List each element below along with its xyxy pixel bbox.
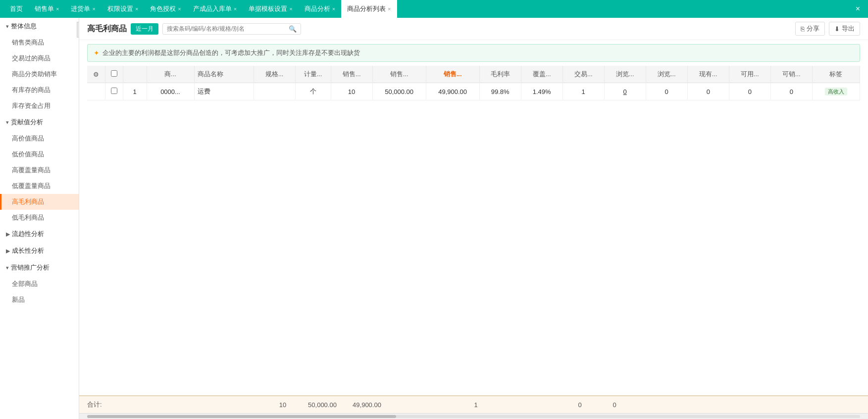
col-check [105, 66, 123, 83]
col-stock-saleable-header[interactable]: 可销... [770, 66, 812, 83]
header-actions: ⎘ 分享 ⬇ 导出 [795, 22, 860, 36]
sidebar-item-high-margin[interactable]: 高毛利商品 [0, 194, 79, 210]
nav-product-analysis[interactable]: 商品分析 × [299, 0, 341, 18]
nav-close-product-analysis-list[interactable]: × [388, 6, 391, 12]
nav-role-auth[interactable]: 角色授权 × [144, 0, 187, 18]
nav-close-product-analysis[interactable]: × [332, 6, 335, 12]
col-code-header[interactable]: 商... [147, 66, 194, 83]
sidebar-group-contribution[interactable]: ▾ 贡献值分析 [0, 114, 79, 131]
col-trade-header[interactable]: 交易... [562, 66, 604, 83]
col-stock-available-header[interactable]: 可用... [729, 66, 770, 83]
nav-close-role-auth[interactable]: × [178, 6, 181, 12]
cell-trade: 1 [562, 83, 604, 100]
sidebar-item-low-value[interactable]: 低价值商品 [0, 146, 79, 162]
sidebar-item-new-goods[interactable]: 新品 [0, 292, 79, 308]
arrow-icon-collapsed2: ▶ [6, 248, 10, 254]
nav-product-storage[interactable]: 产成品入库单 × [187, 0, 243, 18]
top-navigation: 首页 销售单 × 进货单 × 权限设置 × 角色授权 × 产成品入库单 × 单据… [0, 0, 868, 18]
col-coverage-header[interactable]: 覆盖... [521, 66, 562, 83]
col-num-header [123, 66, 147, 83]
sidebar-group-marketing-items: 全部商品 新品 [0, 276, 79, 308]
nav-permission-settings[interactable]: 权限设置 × [102, 0, 144, 18]
scrollbar-thumb[interactable] [87, 415, 396, 418]
sidebar-group-overall[interactable]: ▾ 整体信息 [0, 18, 79, 35]
table-header-row: ⚙ 商... 商品名称 规格... 计量... [87, 66, 860, 83]
arrow-icon: ▾ [6, 23, 9, 30]
nav-close-product-storage[interactable]: × [234, 6, 237, 12]
sidebar-item-low-coverage[interactable]: 低覆盖量商品 [0, 178, 79, 194]
nav-close-sales-order[interactable]: × [56, 6, 59, 12]
select-all-checkbox[interactable] [111, 70, 117, 77]
horizontal-scrollbar[interactable] [79, 413, 868, 419]
cell-sale-profit: 49,900.00 [426, 83, 479, 100]
cell-browse2: 0 [646, 83, 687, 100]
search-icon[interactable]: 🔍 [289, 25, 297, 33]
sidebar-group-growth[interactable]: ▶ 成长性分析 [0, 242, 79, 259]
col-unit-header[interactable]: 计量... [295, 66, 331, 83]
nav-purchase-order[interactable]: 进货单 × [65, 0, 101, 18]
arrow-icon-collapsed: ▶ [6, 231, 10, 237]
footer-cells: 10 50,000.00 49,900.00 1 0 0 [176, 401, 632, 409]
col-margin-header[interactable]: 毛利率 [479, 66, 521, 83]
data-table: ⚙ 商... 商品名称 规格... 计量... [87, 66, 860, 100]
footer-sale-profit: 49,900.00 [345, 401, 389, 409]
sidebar-group-trend[interactable]: ▶ 流趋性分析 [0, 226, 79, 242]
cell-sale-qty: 10 [331, 83, 372, 100]
sidebar-item-category-assist-rate[interactable]: 商品分类助销率 [0, 66, 79, 82]
row-checkbox[interactable] [111, 88, 117, 94]
nav-home[interactable]: 首页 [4, 0, 29, 18]
table-row: 1 0000... 运费 个 10 50,000.00 49,900.00 99… [87, 83, 860, 100]
search-input[interactable] [167, 25, 289, 32]
table-container: ⚙ 商... 商品名称 规格... 计量... [79, 66, 868, 395]
col-stock-current-header[interactable]: 现有... [687, 66, 729, 83]
col-spec-header[interactable]: 规格... [254, 66, 295, 83]
sidebar-group-marketing[interactable]: ▾ 营销推广分析 [0, 259, 79, 276]
share-button[interactable]: ⎘ 分享 [795, 22, 825, 36]
col-settings[interactable]: ⚙ [87, 66, 105, 83]
sidebar-item-high-value[interactable]: 高价值商品 [0, 131, 79, 146]
page-title: 高毛利商品 [87, 24, 127, 34]
footer-trade: 1 [459, 401, 493, 409]
cell-browse1: 0 [604, 83, 646, 100]
browse1-link[interactable]: 0 [623, 88, 627, 95]
cell-margin-rate: 99.8% [479, 83, 521, 100]
sidebar-item-low-margin[interactable]: 低毛利商品 [0, 210, 79, 226]
col-sale-profit-header[interactable]: 销售... [426, 66, 479, 83]
nav-template-settings[interactable]: 单据模板设置 × [243, 0, 298, 18]
nav-product-analysis-list[interactable]: 商品分析列表 × [341, 0, 397, 18]
sidebar-item-stock-capital[interactable]: 库存资金占用 [0, 98, 79, 114]
footer-sale-amount: 50,000.00 [300, 401, 345, 409]
share-icon: ⎘ [801, 25, 805, 33]
sidebar-item-traded-goods[interactable]: 交易过的商品 [0, 50, 79, 66]
nav-close-purchase-order[interactable]: × [92, 6, 95, 12]
nav-sales-order[interactable]: 销售单 × [29, 0, 65, 18]
sidebar-item-high-coverage[interactable]: 高覆盖量商品 [0, 162, 79, 178]
footer-sale-qty: 10 [265, 401, 300, 409]
sidebar: « ▾ 整体信息 销售类商品 交易过的商品 商品分类助销率 有库存的商品 库存资… [0, 18, 79, 419]
col-browse1-header[interactable]: 浏览... [604, 66, 646, 83]
sidebar-item-in-stock-goods[interactable]: 有库存的商品 [0, 82, 79, 98]
col-sale-amount-header[interactable]: 销售... [372, 66, 426, 83]
scrollbar-track[interactable] [87, 415, 860, 418]
col-sale-qty-header[interactable]: 销售... [331, 66, 372, 83]
search-box[interactable]: 🔍 [162, 23, 301, 35]
col-tag-header[interactable]: 标签 [812, 66, 860, 83]
info-icon: ✦ [94, 49, 100, 57]
export-button[interactable]: ⬇ 导出 [829, 22, 860, 36]
cell-num: 1 [123, 83, 147, 100]
footer-label: 合计: [87, 400, 176, 409]
nav-close-permission-settings[interactable]: × [135, 6, 138, 12]
col-browse2-header[interactable]: 浏览... [646, 66, 687, 83]
table-footer: 合计: 10 50,000.00 49,900.00 1 0 0 [79, 395, 868, 413]
period-button[interactable]: 近一月 [131, 23, 158, 35]
sidebar-item-all-goods[interactable]: 全部商品 [0, 276, 79, 292]
cell-coverage: 1.49% [521, 83, 562, 100]
cell-name: 运费 [194, 83, 254, 100]
main-layout: « ▾ 整体信息 销售类商品 交易过的商品 商品分类助销率 有库存的商品 库存资… [0, 18, 868, 419]
footer-margin-spacer [389, 401, 424, 409]
nav-close-template-settings[interactable]: × [289, 6, 292, 12]
sidebar-item-sales-goods[interactable]: 销售类商品 [0, 35, 79, 50]
sidebar-collapse-button[interactable]: « [77, 22, 79, 38]
close-all-tabs[interactable]: × [852, 4, 864, 13]
col-name-header[interactable]: 商品名称 [194, 66, 254, 83]
